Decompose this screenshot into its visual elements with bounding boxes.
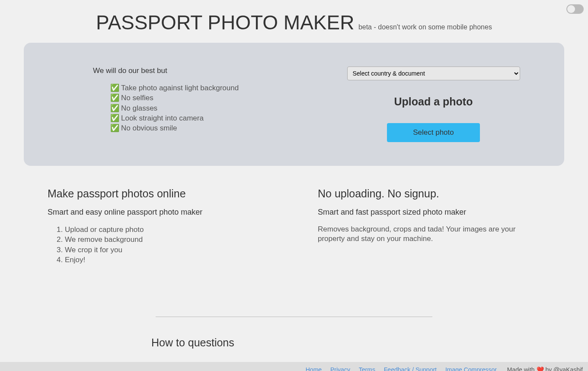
check-icon: ✅ [110, 84, 119, 92]
tip-item: ✅No glasses [110, 103, 320, 113]
credit-prefix: Made with ❤️ by [507, 366, 553, 371]
info-row: Make passport photos online Smart and ea… [24, 187, 564, 265]
tip-item: ✅Take photo against light background [110, 83, 320, 93]
select-photo-button[interactable]: Select photo [387, 123, 480, 142]
tip-item: ✅No obvious smile [110, 123, 320, 133]
page-header: PASSPORT PHOTO MAKER beta - doesn't work… [0, 0, 588, 43]
page-footer: Home Privacy Terms Feedback / Support Im… [0, 362, 588, 371]
section-heading: Make passport photos online [48, 187, 270, 200]
page-subtitle: beta - doesn't work on some mobile phone… [358, 23, 492, 31]
step-item: Enjoy! [65, 255, 270, 265]
upload-heading: Upload a photo [394, 95, 473, 108]
check-icon: ✅ [110, 104, 119, 112]
upload-panel: Select country & document Upload a photo… [320, 67, 547, 142]
instructions-intro: We will do our best but [93, 67, 320, 75]
divider [156, 317, 432, 317]
tip-text: Take photo against light background [121, 84, 239, 92]
tip-text: Look straight into camera [121, 114, 204, 122]
steps-list: Upload or capture photo We remove backgr… [48, 225, 270, 265]
page-title: PASSPORT PHOTO MAKER [96, 11, 354, 34]
tips-list: ✅Take photo against light background ✅No… [93, 83, 320, 133]
tip-text: No selfies [121, 94, 153, 102]
tip-item: ✅Look straight into camera [110, 113, 320, 123]
footer-link-compressor[interactable]: Image Compressor [445, 366, 497, 371]
instructions-panel: We will do our best but ✅Take photo agai… [41, 67, 320, 142]
info-column-right: No uploading. No signup. Smart and fast … [294, 187, 564, 265]
section-paragraph: Removes background, crops and tada! Your… [318, 225, 540, 244]
check-icon: ✅ [110, 124, 119, 132]
footer-author-link[interactable]: @yaKashif [553, 366, 583, 371]
tip-text: No glasses [121, 104, 157, 112]
footer-link-terms[interactable]: Terms [359, 366, 375, 371]
upload-card: We will do our best but ✅Take photo agai… [24, 43, 564, 166]
footer-link-privacy[interactable]: Privacy [330, 366, 350, 371]
step-item: Upload or capture photo [65, 225, 270, 235]
section-subheading: Smart and easy online passport photo mak… [48, 208, 270, 217]
section-heading: No uploading. No signup. [318, 187, 540, 200]
check-icon: ✅ [110, 94, 119, 102]
dark-mode-toggle[interactable] [566, 4, 584, 14]
info-column-left: Make passport photos online Smart and ea… [24, 187, 294, 265]
footer-credit: Made with ❤️ by @yaKashif [507, 366, 583, 371]
section-subheading: Smart and fast passport sized photo make… [318, 208, 540, 217]
footer-link-feedback[interactable]: Feedback / Support [384, 366, 437, 371]
country-document-select[interactable]: Select country & document [347, 67, 520, 80]
tip-item: ✅No selfies [110, 93, 320, 103]
step-item: We crop it for you [65, 245, 270, 255]
footer-link-home[interactable]: Home [306, 366, 322, 371]
faq-heading: How to questions [151, 336, 445, 349]
tip-text: No obvious smile [121, 124, 177, 132]
check-icon: ✅ [110, 114, 119, 122]
step-item: We remove background [65, 235, 270, 244]
